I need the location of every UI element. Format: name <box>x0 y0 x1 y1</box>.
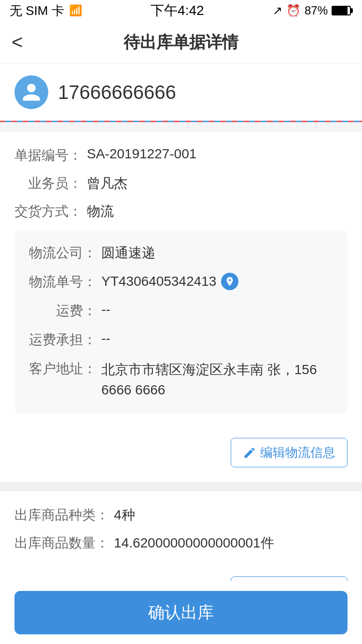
address-value: 北京市市辖区海淀区永丰南 张，156 6666 6666 <box>101 360 333 400</box>
customer-phone: 17666666666 <box>58 82 176 103</box>
confirm-btn-area: 确认出库 <box>0 581 362 644</box>
freight-value: -- <box>101 302 333 317</box>
customer-header: 17666666666 <box>0 64 362 122</box>
logistics-card: 物流公司： 圆通速递 物流单号： YT4306405342413 运费： -- <box>14 230 348 414</box>
logistics-tracking-value: YT4306405342413 <box>101 273 333 290</box>
freight-bearer-row: 运费承担： -- <box>29 331 333 349</box>
avatar <box>14 75 48 109</box>
status-bar: 无 SIM 卡 📶 下午4:42 ↗ ⏰ 87% <box>0 0 362 21</box>
stock-quantity-label: 出库商品数量： <box>14 534 109 552</box>
address-row: 客户地址： 北京市市辖区海淀区永丰南 张，156 6666 6666 <box>29 360 333 400</box>
freight-bearer-label: 运费承担： <box>29 331 97 349</box>
stock-types-value: 4种 <box>114 506 135 524</box>
alarm-icon: ⏰ <box>286 4 301 17</box>
edit-logistics-button[interactable]: 编辑物流信息 <box>231 438 348 467</box>
back-button[interactable]: < <box>12 31 23 53</box>
order-number-value: SA-20191227-001 <box>87 146 348 162</box>
delivery-row: 交货方式： 物流 <box>14 202 348 221</box>
logistics-company-row: 物流公司： 圆通速递 <box>29 244 333 262</box>
delivery-value: 物流 <box>87 202 348 221</box>
edit-logistics-row: 编辑物流信息 <box>0 428 362 482</box>
freight-label: 运费： <box>29 302 97 320</box>
section-divider <box>0 482 362 491</box>
logistics-tracking-row: 物流单号： YT4306405342413 <box>29 273 333 291</box>
order-info-section: 单据编号： SA-20191227-001 业务员： 曾凡杰 交货方式： 物流 … <box>0 132 362 428</box>
carrier-text: 无 SIM 卡 <box>10 2 64 19</box>
stock-types-row: 出库商品种类： 4种 <box>14 506 348 524</box>
stock-quantity-row: 出库商品数量： 14.62000000000000001件 <box>14 534 348 552</box>
edit-icon <box>243 446 256 460</box>
delivery-label: 交货方式： <box>14 202 82 221</box>
order-number-row: 单据编号： SA-20191227-001 <box>14 146 348 165</box>
location-icon: ↗ <box>273 4 282 17</box>
wifi-icon: 📶 <box>69 4 82 17</box>
stock-quantity-value: 14.62000000000000001件 <box>114 534 274 552</box>
salesman-label: 业务员： <box>14 174 82 193</box>
address-label: 客户地址： <box>29 360 97 378</box>
battery-percent: 87% <box>305 4 328 17</box>
order-number-label: 单据编号： <box>14 146 82 165</box>
logistics-company-label: 物流公司： <box>29 244 97 262</box>
stock-section: 出库商品种类： 4种 出库商品数量： 14.62000000000000001件 <box>0 491 362 567</box>
user-icon <box>21 82 42 103</box>
freight-bearer-value: -- <box>101 331 333 346</box>
edit-logistics-label: 编辑物流信息 <box>260 444 335 461</box>
freight-row: 运费： -- <box>29 302 333 320</box>
logistics-tracking-label: 物流单号： <box>29 273 97 291</box>
map-pin-icon[interactable] <box>221 273 238 290</box>
status-right: ↗ ⏰ 87% <box>273 4 352 17</box>
time-display: 下午4:42 <box>151 1 204 20</box>
page-title: 待出库单据详情 <box>124 31 238 54</box>
status-left: 无 SIM 卡 📶 <box>10 2 82 19</box>
stock-types-label: 出库商品种类： <box>14 506 109 524</box>
salesman-value: 曾凡杰 <box>87 174 348 193</box>
salesman-row: 业务员： 曾凡杰 <box>14 174 348 193</box>
nav-bar: < 待出库单据详情 <box>0 21 362 64</box>
logistics-company-value: 圆通速递 <box>101 244 333 262</box>
battery-icon <box>332 6 352 15</box>
confirm-outbound-button[interactable]: 确认出库 <box>14 591 348 634</box>
confirm-btn-label: 确认出库 <box>148 602 214 624</box>
